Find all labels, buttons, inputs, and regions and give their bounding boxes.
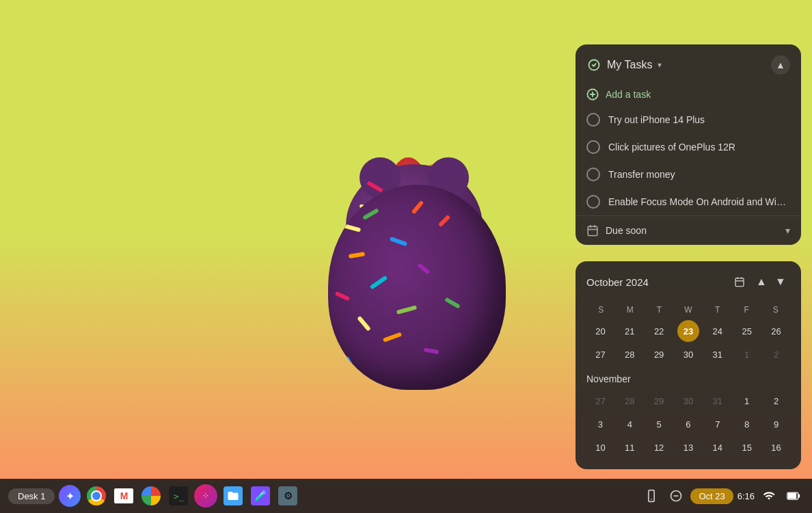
- due-soon-icon: [586, 224, 599, 237]
- calendar-day[interactable]: 6: [677, 413, 699, 435]
- calendar-day[interactable]: 27: [589, 390, 611, 412]
- task-circle-2: [586, 140, 600, 154]
- calendar-day[interactable]: 29: [648, 390, 670, 412]
- day-header-sat: S: [761, 302, 790, 317]
- task-text-4: Enable Focus Mode On Android and Windows…: [608, 196, 790, 207]
- gmail-m-icon: M: [114, 488, 133, 503]
- calendar-today-icon[interactable]: [730, 272, 749, 291]
- calendar-day[interactable]: 24: [707, 320, 729, 342]
- gummy-bear-decoration: [287, 157, 547, 431]
- calendar-day[interactable]: 10: [589, 436, 611, 458]
- october-grid: 20212223242526272829303112: [586, 320, 790, 365]
- calendar-day[interactable]: 7: [707, 413, 729, 435]
- svg-rect-8: [735, 278, 744, 287]
- gmail-icon[interactable]: M: [112, 484, 135, 508]
- chrome-icon[interactable]: [85, 484, 108, 508]
- calendar-day[interactable]: 9: [766, 413, 787, 435]
- calendar-day[interactable]: 31: [707, 390, 729, 412]
- add-task-icon: [586, 88, 599, 101]
- tasks-header: My Tasks ▾ ▲: [576, 44, 801, 83]
- tasks-collapse-button[interactable]: ▲: [771, 55, 790, 75]
- media-icon[interactable]: ⁘: [194, 484, 217, 508]
- tasks-title: My Tasks: [607, 59, 652, 71]
- calendar-day[interactable]: 20: [589, 320, 611, 342]
- terminal-icon[interactable]: >_: [167, 484, 190, 508]
- task-item-3[interactable]: Transfer money: [576, 161, 801, 188]
- calendar-day[interactable]: 3: [589, 413, 611, 435]
- calendar-day[interactable]: 5: [648, 413, 670, 435]
- calendar-widget: October 2024 ▲ ▼ S M T W T F S 202122232…: [576, 261, 801, 469]
- task-item-4[interactable]: Enable Focus Mode On Android and Windows…: [576, 188, 801, 215]
- due-soon-expand-icon[interactable]: ▾: [785, 225, 790, 236]
- phone-hub-icon[interactable]: [641, 486, 662, 506]
- dnd-icon[interactable]: [666, 486, 686, 506]
- taskbar-right: Oct 23 6:16: [641, 486, 804, 506]
- task-circle-4: [586, 195, 600, 209]
- calendar-next-button[interactable]: ▼: [771, 272, 790, 291]
- calendar-day[interactable]: 2: [766, 390, 787, 412]
- desk-label[interactable]: Desk 1: [8, 488, 55, 504]
- tasks-check-icon: [586, 57, 601, 73]
- svg-rect-19: [788, 493, 797, 499]
- date-time-display[interactable]: Oct 23: [690, 488, 733, 504]
- photos-icon[interactable]: [139, 484, 163, 508]
- calendar-day[interactable]: 21: [619, 320, 640, 342]
- task-text-2: Click pictures of OnePlus 12R: [608, 142, 790, 153]
- calendar-day[interactable]: 13: [677, 436, 699, 458]
- calendar-day[interactable]: 31: [707, 343, 729, 365]
- calendar-day[interactable]: 30: [677, 390, 699, 412]
- calendar-day[interactable]: 15: [736, 436, 758, 458]
- files-icon[interactable]: [221, 484, 245, 508]
- due-soon-row[interactable]: Due soon ▾: [576, 215, 801, 245]
- assistant-icon[interactable]: ✦: [59, 485, 81, 507]
- svg-rect-4: [588, 226, 597, 236]
- svg-point-16: [768, 497, 770, 499]
- calendar-month-year: October 2024: [586, 276, 730, 288]
- tasks-header-left: My Tasks ▾: [586, 57, 766, 73]
- calendar-day[interactable]: 26: [766, 320, 787, 342]
- calendar-day[interactable]: 25: [736, 320, 758, 342]
- add-task-label: Add a task: [606, 89, 651, 100]
- settings-icon[interactable]: ⚙: [276, 484, 299, 508]
- calendar-day[interactable]: 27: [589, 343, 611, 365]
- day-header-thu: T: [703, 302, 732, 317]
- add-task-row[interactable]: Add a task: [576, 83, 801, 106]
- date-display: Oct 23: [699, 491, 725, 501]
- calendar-day[interactable]: 28: [619, 343, 640, 365]
- wifi-icon[interactable]: [759, 486, 779, 506]
- test-tube-icon[interactable]: 🧪: [249, 484, 272, 508]
- day-header-sun: S: [586, 302, 616, 317]
- calendar-day[interactable]: 1: [736, 390, 758, 412]
- taskbar: Desk 1 ✦ M >_ ⁘ 🧪 ⚙: [0, 479, 812, 513]
- task-circle-1: [586, 113, 600, 127]
- task-item-2[interactable]: Click pictures of OnePlus 12R: [576, 133, 801, 161]
- calendar-day[interactable]: 29: [648, 343, 670, 365]
- november-grid: 272829303112345678910111213141516: [586, 390, 790, 458]
- calendar-prev-button[interactable]: ▲: [752, 272, 771, 291]
- task-text-3: Transfer money: [608, 169, 790, 180]
- calendar-day[interactable]: 12: [648, 436, 670, 458]
- calendar-day-headers: S M T W T F S: [586, 302, 790, 317]
- day-header-mon: M: [616, 302, 645, 317]
- calendar-day[interactable]: 16: [766, 436, 787, 458]
- due-soon-label: Due soon: [606, 225, 779, 236]
- calendar-day[interactable]: 8: [736, 413, 758, 435]
- day-header-fri: F: [732, 302, 761, 317]
- day-header-tue: T: [645, 302, 674, 317]
- day-header-wed: W: [674, 302, 703, 317]
- battery-icon[interactable]: [783, 486, 804, 506]
- calendar-day[interactable]: 23: [677, 320, 699, 342]
- calendar-day[interactable]: 28: [619, 390, 640, 412]
- calendar-day[interactable]: 2: [766, 343, 787, 365]
- task-circle-3: [586, 168, 600, 181]
- tasks-dropdown-icon[interactable]: ▾: [658, 60, 662, 70]
- task-text-1: Try out iPhone 14 Plus: [608, 114, 790, 125]
- calendar-day[interactable]: 4: [619, 413, 640, 435]
- calendar-day[interactable]: 11: [619, 436, 640, 458]
- calendar-day[interactable]: 22: [648, 320, 670, 342]
- calendar-day[interactable]: 1: [736, 343, 758, 365]
- calendar-day[interactable]: 14: [707, 436, 729, 458]
- task-item-1[interactable]: Try out iPhone 14 Plus: [576, 106, 801, 133]
- svg-rect-18: [798, 495, 800, 498]
- calendar-day[interactable]: 30: [677, 343, 699, 365]
